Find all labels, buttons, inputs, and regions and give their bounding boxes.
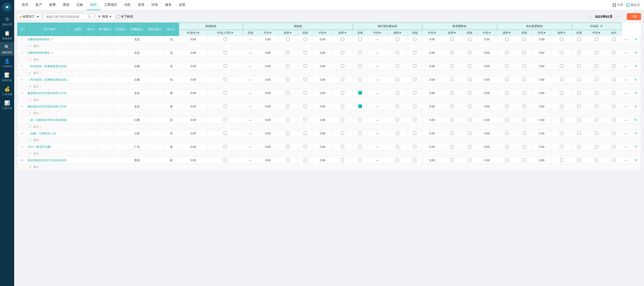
edit-cell[interactable]: ✎ — [631, 130, 641, 137]
cb-cell4[interactable] — [298, 130, 313, 137]
cb-cell5[interactable] — [333, 90, 353, 97]
cb-cell6[interactable] — [353, 144, 367, 150]
cb-cell16[interactable] — [587, 36, 607, 43]
edit-cell[interactable]: ✎ — [631, 117, 641, 123]
cb-cell16[interactable] — [587, 117, 607, 123]
cb-cell6[interactable] — [353, 130, 367, 137]
cb-cell[interactable] — [208, 144, 243, 150]
col-chengshi-shenbao[interactable]: 申报▼ — [367, 30, 387, 36]
cb-cell4[interactable] — [298, 63, 313, 70]
filter-button[interactable]: 筛选 ▼ — [95, 13, 114, 20]
sidebar-item-baoshuijilu[interactable]: 📝 报税记录 — [0, 70, 14, 84]
cb-cell9[interactable] — [407, 130, 422, 137]
prev-month-btn[interactable]: ‹ — [587, 14, 593, 20]
favorite-checkbox[interactable] — [116, 15, 120, 18]
cb-cell12[interactable] — [497, 103, 517, 110]
edit-button[interactable]: ✎ — [634, 145, 637, 149]
cb-cell9[interactable] — [407, 144, 422, 150]
col-zengjia-jiaofei[interactable]: 缴费▼ — [278, 30, 298, 36]
cb-cell5[interactable] — [333, 144, 353, 150]
cb-cell10[interactable] — [442, 130, 462, 137]
edit-button[interactable]: ✎ — [634, 51, 637, 55]
cb-cell6[interactable] — [353, 49, 367, 56]
edit-cell[interactable]: ✎ — [631, 144, 641, 150]
cb-cell9[interactable] — [407, 49, 422, 56]
cb-cell8[interactable] — [387, 130, 407, 137]
col-qingka[interactable]: 清卡▼ — [85, 23, 97, 36]
cb-cell13[interactable] — [517, 49, 532, 56]
cb-cell13[interactable] — [517, 76, 532, 83]
col-difang-jiaofei[interactable]: 缴费▼ — [497, 30, 517, 36]
cb-cell4[interactable] — [298, 144, 313, 150]
cb-cell11[interactable] — [462, 90, 477, 97]
cb-cell17[interactable] — [607, 130, 621, 137]
cb-cell10[interactable] — [442, 36, 462, 43]
cb-cell11[interactable] — [462, 63, 477, 70]
cb-cell15[interactable] — [572, 130, 586, 137]
cb-cell15[interactable] — [572, 63, 586, 70]
cb-cell[interactable] — [208, 76, 243, 83]
customer-name[interactable]: （勿删）江西股宝-LSS — [27, 130, 72, 137]
col-zengjia-shenbao2[interactable]: 申报▼ — [313, 30, 333, 36]
cb-cell5[interactable] — [333, 117, 353, 123]
cb-cell11[interactable] — [462, 117, 477, 123]
sidebar-item-geshuishenabao[interactable]: 👤 个税申报 — [0, 56, 14, 70]
col-chaoshui[interactable]: 抄税▼ — [72, 23, 85, 36]
cb-cell15[interactable] — [572, 76, 586, 83]
cb-cell14[interactable] — [552, 90, 572, 97]
cb-cell3[interactable] — [278, 76, 298, 83]
cb-cell5[interactable] — [333, 36, 353, 43]
col-khqueren[interactable]: 客户确认▼ — [97, 23, 113, 36]
nav-shezhi[interactable]: 设置 — [175, 0, 189, 10]
search-input[interactable] — [46, 15, 86, 19]
cb-cell9[interactable] — [407, 117, 422, 123]
cb-cell3[interactable] — [278, 157, 298, 164]
cb-cell15[interactable] — [572, 117, 586, 123]
customer-name[interactable]: 畅捷通信息技术股份有限公司民珺测试 ℹ — [27, 103, 72, 110]
cb-cell14[interactable] — [552, 130, 572, 137]
cb-cell11[interactable] — [462, 157, 477, 164]
cb-cell16[interactable] — [587, 49, 607, 56]
cb-cell3[interactable] — [278, 144, 298, 150]
cb-cell14[interactable] — [552, 76, 572, 83]
cb-cell12[interactable] — [497, 157, 517, 164]
cb-cell11[interactable] — [462, 144, 477, 150]
cb-cell[interactable] — [208, 63, 243, 70]
cb-cell15[interactable] — [572, 103, 586, 110]
cb-cell11[interactable] — [462, 36, 477, 43]
cb-cell[interactable] — [208, 157, 243, 164]
edit-button[interactable]: ✎ — [634, 37, 637, 41]
cb-cell4[interactable] — [298, 90, 313, 97]
nav-gongshang[interactable]: 工商项目 — [100, 0, 121, 10]
cb-cell10[interactable] — [442, 157, 462, 164]
cb-cell9[interactable] — [407, 63, 422, 70]
cb-cell11[interactable] — [462, 49, 477, 56]
cb-cell13[interactable] — [517, 103, 532, 110]
cb-cell16[interactable] — [587, 90, 607, 97]
cb-cell5[interactable] — [333, 63, 353, 70]
edit-cell[interactable]: ✎ — [631, 63, 641, 70]
cb-cell8[interactable] — [387, 63, 407, 70]
cb-cell4[interactable] — [298, 49, 313, 56]
cb-cell9[interactable] — [407, 157, 422, 164]
cb-cell8[interactable] — [387, 144, 407, 150]
sidebar-item-pilianbaoshui[interactable]: 📋 批量报税 — [0, 28, 14, 42]
cb-cell8[interactable] — [387, 76, 407, 83]
col-difang-shenbao[interactable]: 申报▼ — [532, 30, 552, 36]
customer-name[interactable]: 2013（陶美芳勿删） — [27, 144, 72, 150]
cb-cell3[interactable] — [278, 117, 298, 123]
cb-cell10[interactable] — [442, 76, 462, 83]
cb-cell13[interactable] — [517, 117, 532, 123]
cb-cell17[interactable] — [607, 117, 621, 123]
col-skusbei[interactable]: 税控设备▼ — [146, 23, 164, 36]
cb-cell4[interactable] — [298, 36, 313, 43]
edit-cell[interactable]: ✎ — [631, 157, 641, 164]
cb-cell[interactable] — [208, 103, 243, 110]
nav-xiaoxi[interactable]: 消息 — [121, 0, 134, 10]
cb-cell14[interactable] — [552, 157, 572, 164]
cb-cell3[interactable] — [278, 63, 298, 70]
sidebar-item-gongshangnianabao[interactable]: 📊 工商年报 — [0, 98, 14, 112]
sidebar-item-baoshuiliulan[interactable]: 🔍 报税浏览 — [0, 42, 14, 56]
nav-fuwu[interactable]: 服务 — [162, 0, 175, 10]
cb-cell6[interactable] — [353, 63, 367, 70]
